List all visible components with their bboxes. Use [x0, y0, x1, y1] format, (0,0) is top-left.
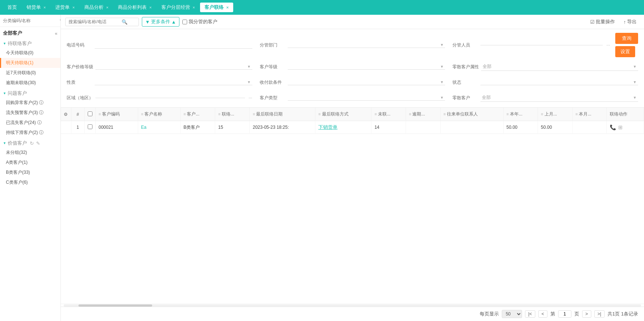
batch-operation-button[interactable]: ☑ 批量操作 — [587, 17, 618, 26]
th-this-year[interactable]: 本年... — [503, 108, 538, 121]
filter-row-retail-attr: 零散客户属性 全部 ▼ — [452, 61, 638, 73]
th-check[interactable] — [84, 108, 95, 121]
sidebar-item-today-contact[interactable]: 今天待联络(0) — [0, 48, 60, 58]
filter-row-retail: 零散客户 全部 ▼ — [452, 92, 638, 104]
first-page-button[interactable]: |< — [525, 310, 535, 318]
nav-sales-order[interactable]: 销货单 × — [22, 3, 50, 12]
nav-customer-contact[interactable]: 客户联络 × — [200, 3, 233, 12]
close-product-analysis-list-icon[interactable]: × — [149, 5, 151, 10]
export-button[interactable]: ↑ 导出 — [621, 17, 640, 26]
row-check[interactable] — [84, 121, 95, 134]
sidebar-item-ungrouped[interactable]: 未分组(32) — [0, 148, 60, 158]
nav-product-analysis-list[interactable]: 商品分析列表 × — [113, 3, 156, 12]
row-num: 1 — [71, 121, 84, 134]
sidebar-item-churned[interactable]: 已流失客户(24) ⓘ — [0, 118, 60, 128]
close-customer-tier-icon[interactable]: × — [193, 5, 195, 10]
filter-label-status: 状态 — [452, 79, 478, 86]
filter-select-retail-attr[interactable]: 全部 ▼ — [481, 63, 638, 71]
filter-dots-region[interactable]: ··· — [249, 95, 252, 100]
settings-button[interactable]: 设置 — [615, 46, 635, 57]
sidebar-item-7day-contact[interactable]: 近7天待联络(0) — [0, 68, 60, 78]
filter-select-customer-type[interactable]: ▼ — [288, 95, 445, 101]
th-overdue[interactable]: 逾期... — [406, 108, 440, 121]
page-size-select[interactable]: 50 100 200 — [502, 310, 522, 318]
horizontal-scrollbar[interactable] — [61, 304, 644, 307]
filter-select-dept[interactable]: ▼ — [288, 42, 445, 48]
table-container: ⚙ # 客户编码 客户名称 客户... 联络... 最后联络日期 最后联络方式 … — [61, 108, 644, 304]
filter-select-payment[interactable]: ▼ — [288, 79, 445, 85]
sidebar-item-abnormal-repurchase[interactable]: 回购异常客户(2) ⓘ — [0, 98, 60, 108]
query-button[interactable]: 查询 — [615, 33, 638, 44]
filter-bar: 🔍 ▼ 更多条件 ▲ 我分管的客户 ☑ 批量操作 ↑ 导出 — [61, 15, 644, 29]
sidebar-search-input[interactable] — [3, 18, 58, 23]
th-unit-contact[interactable]: 往来单位联系人 — [440, 108, 503, 121]
row-code: 000021 — [95, 121, 138, 134]
section-pending-contact: 待联络客户 — [0, 38, 60, 48]
th-type[interactable]: 客户... — [180, 108, 215, 121]
row-name[interactable]: Ea — [138, 121, 180, 134]
collapse-icon[interactable]: « — [55, 31, 57, 36]
chevron-down-icon-2: ▼ — [247, 65, 251, 69]
nav-home[interactable]: 首页 — [3, 3, 21, 12]
next-page-button[interactable]: > — [582, 310, 591, 318]
nav-customer-tier[interactable]: 客户分层经营 × — [157, 3, 199, 12]
select-all-checkbox[interactable] — [88, 111, 92, 116]
my-customers-input[interactable] — [182, 20, 187, 24]
my-customers-checkbox[interactable]: 我分管的客户 — [182, 18, 217, 25]
sidebar-item-declining[interactable]: 持续下滑客户(2) ⓘ — [0, 128, 60, 138]
sidebar-item-b-class[interactable]: B类客户(33) — [0, 168, 60, 177]
filter-select-price-level[interactable]: ▼ — [95, 64, 252, 70]
phone-action-icon[interactable]: 📞 — [610, 124, 616, 130]
all-customers-header[interactable]: 全部客户 « — [0, 27, 60, 38]
search-button-icon[interactable]: 🔍 — [122, 19, 127, 25]
row-last-month: 50.00 — [538, 121, 573, 134]
filter-icon: ▼ — [145, 19, 150, 25]
page-input[interactable] — [558, 310, 571, 318]
more-conditions-button[interactable]: ▼ 更多条件 ▲ — [142, 17, 179, 27]
th-last-contact-date[interactable]: 最后联络日期 — [249, 108, 315, 121]
prev-page-button[interactable]: < — [538, 310, 547, 318]
last-page-button[interactable]: >| — [594, 310, 605, 318]
sidebar-search-area: 🔍 — [0, 15, 60, 27]
th-last-contact-method[interactable]: 最后联络方式 — [315, 108, 371, 121]
section-value-customers: 价值客户 ↻ ✎ — [0, 138, 60, 148]
close-product-analysis-icon[interactable]: × — [106, 5, 108, 10]
close-sales-order-icon[interactable]: × — [43, 5, 46, 10]
filter-select-nature[interactable]: ▼ — [95, 79, 252, 85]
sidebar-item-tomorrow-contact[interactable]: 明天待联络(1) — [0, 58, 60, 68]
th-this-month[interactable]: 本月... — [572, 108, 607, 121]
th-contacts[interactable]: 联络... — [215, 108, 250, 121]
row-checkbox[interactable] — [88, 124, 92, 129]
filter-input-phone[interactable] — [95, 42, 252, 49]
filter-select-customer-level[interactable]: ▼ — [288, 64, 445, 70]
th-no-contact[interactable]: 未联... — [371, 108, 406, 121]
filter-select-retail[interactable]: 全部 ▼ — [480, 94, 638, 102]
th-last-month[interactable]: 上月... — [538, 108, 573, 121]
filter-row-dept: 分管部门 ▼ — [260, 33, 445, 57]
row-last-contact-method[interactable]: 下销货单 — [315, 121, 371, 134]
th-action: 联络动作 — [607, 108, 644, 121]
qr-action-icon[interactable]: ⊞ — [618, 124, 623, 130]
sidebar-item-overdue-contact[interactable]: 逾期未联络(30) — [0, 78, 60, 88]
filter-label-phone: 电话号码 — [67, 42, 92, 48]
value-customers-edit-icon[interactable]: ✎ — [36, 141, 40, 146]
th-name[interactable]: 客户名称 — [138, 108, 180, 121]
sidebar-item-a-class[interactable]: A类客户(1) — [0, 158, 60, 168]
row-gear — [61, 121, 71, 134]
search-input[interactable] — [69, 19, 120, 24]
sidebar-item-churn-warning[interactable]: 流失预警客户(3) ⓘ — [0, 108, 60, 118]
nav-purchase-order[interactable]: 进货单 × — [51, 3, 79, 12]
filter-dots-manager[interactable]: ··· — [606, 42, 610, 48]
main-layout: 🔍 全部客户 « 待联络客户 今天待联络(0) 明天待联络(1) 近7天待联络(… — [0, 15, 644, 321]
scrollbar-thumb[interactable] — [78, 304, 152, 307]
row-unit-contact — [440, 121, 503, 134]
nav-product-analysis[interactable]: 商品分析 × — [80, 3, 113, 12]
checkbox-icon: ☑ — [590, 19, 595, 25]
th-code[interactable]: 客户编码 — [95, 108, 138, 121]
th-gear[interactable]: ⚙ — [61, 108, 71, 121]
value-customers-refresh-icon[interactable]: ↻ — [30, 141, 34, 146]
close-purchase-order-icon[interactable]: × — [72, 5, 74, 10]
sidebar-item-c-class[interactable]: C类客户(6) — [0, 177, 60, 187]
close-customer-contact-icon[interactable]: × — [226, 5, 228, 10]
filter-select-status[interactable]: ▼ — [480, 79, 638, 85]
